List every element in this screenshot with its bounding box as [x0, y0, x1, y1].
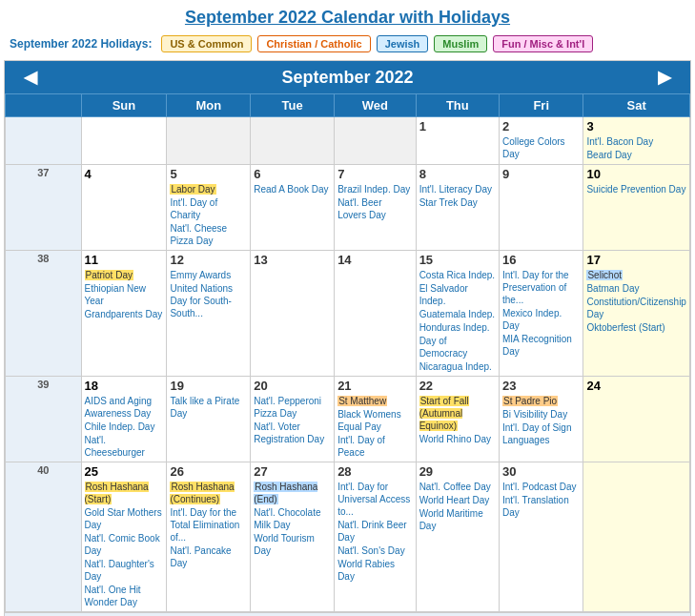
event: Int'l. Day of Charity	[170, 196, 247, 221]
day-13: 13	[251, 251, 335, 377]
week-num: 37	[6, 165, 82, 251]
holiday-bar-label: September 2022 Holidays:	[10, 37, 152, 51]
event: World Rhino Day	[419, 433, 496, 445]
date-number: 19	[170, 379, 247, 393]
date-number: 2	[502, 119, 580, 133]
date-number: 29	[419, 464, 496, 479]
table-row: 38 11 Patriot Day Ethiopian New Year Gra…	[6, 251, 690, 377]
badge-jewish[interactable]: Jewish	[377, 35, 429, 52]
empty-day	[583, 462, 690, 612]
empty-day	[251, 117, 335, 165]
day-2: 2 College Colors Day	[499, 117, 583, 165]
date-number: 15	[419, 253, 496, 267]
day-9: 9	[499, 165, 583, 251]
event: Nat'l. Son's Day	[337, 544, 413, 557]
event: Nat'l. Pancake Day	[170, 544, 247, 569]
event: Beard Day	[586, 149, 686, 161]
date-number: 20	[254, 379, 331, 393]
prev-month-button[interactable]: ◀	[16, 67, 45, 88]
day-23: 23 St Padre Pio Bi Visibility Day Int'l.…	[499, 377, 583, 462]
date-number: 14	[337, 253, 413, 267]
event: Int'l. Translation Day	[502, 494, 580, 519]
date-number: 17	[586, 253, 686, 267]
day-3: 3 Int'l. Bacon Day Beard Day	[583, 117, 690, 165]
badge-us-common[interactable]: US & Common	[161, 35, 252, 52]
day-10: 10 Suicide Prevention Day	[583, 165, 690, 251]
event: Costa Rica Indep.	[419, 269, 496, 281]
event: Nat'l. Pepperoni Pizza Day	[254, 395, 331, 420]
day-18: 18 AIDS and Aging Awareness Day Chile In…	[81, 377, 167, 462]
date-number: 25	[85, 464, 164, 479]
event: Mexico Indep. Day	[502, 307, 580, 332]
event: Talk like a Pirate Day	[170, 395, 247, 420]
day-28: 28 Int'l. Day for Universal Access to...…	[335, 462, 417, 612]
date-number: 16	[502, 253, 580, 267]
event: Int'l. Day of Peace	[337, 434, 413, 459]
day-14: 14	[335, 251, 417, 377]
date-number: 28	[337, 464, 413, 479]
day-12: 12 Emmy Awards United Nations Day for So…	[167, 251, 251, 377]
event: Int'l. Day for the Total Elimination of.…	[170, 506, 247, 544]
month-year-title: September 2022	[281, 68, 413, 88]
date-number: 6	[254, 167, 331, 181]
event: MIA Recognition Day	[502, 333, 580, 358]
day-26: 26 Rosh Hashana (Continues) Int'l. Day f…	[167, 462, 251, 612]
event: Batman Day	[586, 282, 686, 295]
event: Nat'l. Voter Registration Day	[254, 421, 331, 445]
event: Nat'l. Cheese Pizza Day	[170, 222, 247, 247]
badge-muslim[interactable]: Muslim	[434, 35, 487, 52]
week-num: 39	[6, 377, 82, 462]
day-1: 1	[416, 117, 499, 165]
date-number: 3	[586, 119, 686, 133]
day-17: 17 Selichot Batman Day Constitution/Citi…	[583, 251, 690, 377]
day-4: 4	[81, 165, 167, 251]
event: Nat'l. Comic Book Day	[85, 532, 164, 557]
event: Suicide Prevention Day	[586, 183, 686, 195]
event: Bi Visibility Day	[502, 408, 580, 421]
day-7: 7 Brazil Indep. Day Nat'l. Beer Lovers D…	[335, 165, 417, 251]
date-number: 27	[254, 464, 331, 479]
date-number: 1	[419, 119, 496, 133]
event: Int'l. Literacy Day	[419, 183, 496, 195]
badge-christian-catholic[interactable]: Christian / Catholic	[257, 35, 370, 52]
header-wed: Wed	[335, 94, 417, 117]
badge-fun-misc[interactable]: Fun / Misc & Int'l	[493, 35, 593, 52]
event: Nat'l. One Hit Wonder Day	[85, 584, 164, 608]
week-num	[6, 117, 82, 165]
event: Oktoberfest (Start)	[586, 321, 686, 334]
day-24: 24	[583, 377, 690, 462]
next-month-button[interactable]: ▶	[650, 67, 679, 88]
event: El Salvador Indep.	[419, 282, 496, 307]
date-number: 26	[170, 464, 247, 479]
event: Nat'l. Drink Beer Day	[337, 519, 413, 544]
day-20: 20 Nat'l. Pepperoni Pizza Day Nat'l. Vot…	[251, 377, 335, 462]
date-number: 10	[586, 167, 686, 181]
day-19: 19 Talk like a Pirate Day	[167, 377, 251, 462]
day-8: 8 Int'l. Literacy Day Star Trek Day	[416, 165, 499, 251]
event: Nat'l. Chocolate Milk Day	[254, 506, 331, 531]
date-number: 30	[502, 464, 580, 479]
event: Patriot Day	[85, 269, 164, 281]
event: Nat'l. Coffee Day	[419, 481, 496, 493]
date-number: 22	[419, 379, 496, 393]
header-fri: Fri	[499, 94, 583, 117]
event: Grandparents Day	[85, 308, 164, 320]
event: Brazil Indep. Day	[337, 183, 413, 195]
date-number: 4	[85, 167, 164, 181]
event: Ethiopian New Year	[85, 282, 164, 307]
event: Nicaragua Indep.	[419, 360, 496, 373]
page-title: September 2022 Calendar with Holidays	[0, 0, 695, 31]
event: Honduras Indep.	[419, 321, 496, 334]
date-number: 9	[502, 167, 580, 181]
day-22: 22 Start of Fall (Autumnal Equinox) Worl…	[416, 377, 499, 462]
date-number: 5	[170, 167, 247, 181]
empty-day	[167, 117, 251, 165]
event: Nat'l. Daughter's Day	[85, 558, 164, 583]
day-6: 6 Read A Book Day	[251, 165, 335, 251]
event: Selichot	[586, 269, 686, 281]
day-30: 30 Int'l. Podcast Day Int'l. Translation…	[499, 462, 583, 612]
event: Labor Day	[170, 183, 247, 195]
date-number: 18	[85, 379, 164, 393]
header-sat: Sat	[583, 94, 690, 117]
table-row: 40 25 Rosh Hashana (Start) Gold Star Mot…	[6, 462, 690, 612]
